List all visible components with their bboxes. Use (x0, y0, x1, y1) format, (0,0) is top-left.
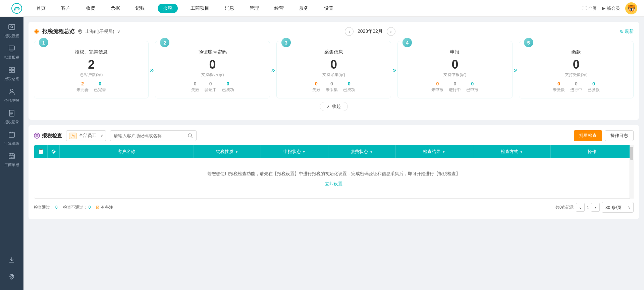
step-1-stat-0-lbl: 未完善 (76, 87, 89, 93)
select-all-checkbox[interactable] (39, 149, 43, 154)
batch-check-btn[interactable]: 批量检查 (574, 130, 602, 141)
step-4-stat-0-lbl: 未申报 (431, 87, 443, 93)
svg-text:年报: 年报 (10, 156, 14, 158)
date-next-btn[interactable]: › (387, 27, 395, 36)
step-5-badge: 5 (524, 38, 533, 47)
location-selector[interactable]: 上海(电子税局) ∨ (78, 28, 120, 34)
result-filter-icon[interactable]: ▼ (442, 150, 445, 154)
sidebar-item-settlement[interactable]: 汇算清缴 (0, 128, 23, 149)
nav-business[interactable]: 工商项目 (188, 4, 212, 13)
collapse-row: ∧ 收起 (34, 98, 634, 115)
tax-check-table: 客户名称 纳税性质 ▼ 申报状态 ▼ 缴费状态 ▼ (34, 145, 634, 199)
logo[interactable] (7, 3, 27, 14)
svg-point-27 (79, 30, 81, 32)
arrow-2: » (270, 41, 276, 98)
page-size-select[interactable]: 30 条/页 50 条/页 100 条/页 (602, 202, 634, 213)
sidebar-location[interactable] (7, 270, 17, 283)
step-5-stat-1-lbl: 进行中 (570, 87, 582, 93)
step-5-title: 缴款 (525, 49, 628, 55)
sidebar-item-batch-tax[interactable]: 批量报税 (0, 42, 23, 63)
nav-customer[interactable]: 客户 (58, 4, 73, 13)
refresh-btn[interactable]: ↻ 刷新 (620, 28, 634, 34)
sidebar-label-settlement: 汇算清缴 (4, 141, 19, 146)
step-3-sublabel: 支持采集(家) (282, 72, 385, 78)
nav-invoice[interactable]: 票据 (108, 4, 123, 13)
th-name-label: 客户名称 (118, 149, 135, 155)
method-filter-icon[interactable]: ▼ (520, 150, 523, 154)
vip-btn[interactable]: ▶ 畅会员 (602, 5, 620, 11)
step-3-stat-2-num: 0 (343, 81, 355, 86)
sidebar-item-personal-tax[interactable]: 个税申报 (0, 85, 23, 106)
setup-link-wrap: 立即设置 (325, 181, 342, 187)
nav-accounting[interactable]: 记账 (133, 4, 148, 13)
fullscreen-btn[interactable]: ⛶ 全屏 (582, 5, 597, 11)
declare-filter-icon[interactable]: ▼ (302, 150, 306, 154)
step-5-stat-1: 0 进行中 (570, 81, 582, 93)
footer-pass-count[interactable]: 0 (55, 205, 58, 210)
note-icon: 囧 (96, 205, 100, 210)
sidebar-label-tax-settings: 报税设置 (4, 34, 19, 38)
nav-manage[interactable]: 管理 (247, 4, 262, 13)
svg-rect-4 (9, 46, 14, 50)
sidebar-label-tax-overview: 报税总览 (4, 77, 19, 81)
step-5-count: 0 (525, 59, 628, 71)
svg-rect-9 (9, 70, 11, 73)
step-3-stat-1-lbl: 未采集 (326, 87, 338, 93)
step-5-stat-1-num: 0 (570, 81, 582, 86)
nav-tax[interactable]: 报税 (158, 4, 178, 13)
tax-filter-icon[interactable]: ▼ (235, 150, 238, 154)
sidebar-download[interactable] (7, 253, 17, 267)
employee-filter[interactable]: 员 全部员工 (66, 130, 106, 141)
operation-log-btn[interactable]: 操作日志 (605, 130, 634, 141)
th-checkbox (34, 145, 48, 158)
date-prev-btn[interactable]: ‹ (345, 27, 354, 36)
sidebar-item-tax-records[interactable]: 报税记录 (0, 106, 23, 128)
nav-service[interactable]: 服务 (297, 4, 311, 13)
nav-operation[interactable]: 经营 (272, 4, 286, 13)
sidebar-item-annual-report[interactable]: 年报 工商年报 (0, 149, 23, 170)
step-3-stat-1-num: 0 (326, 81, 338, 86)
step-3-stat-0-num: 0 (312, 81, 320, 86)
scrollbar[interactable] (630, 145, 634, 199)
step-4: 4 申报 0 支持申报(家) 0 未申报 0 进行中 (397, 41, 512, 98)
sidebar: 报税设置 批量报税 报税总览 (0, 17, 23, 290)
th-operation: 操作 (551, 145, 633, 158)
nav-fee[interactable]: 收费 (83, 4, 98, 13)
gear-icon (51, 149, 56, 154)
sidebar-label-annual-report: 工商年报 (4, 163, 19, 167)
nav-home[interactable]: 首页 (34, 4, 48, 13)
plus-icon: ⊕ (34, 28, 39, 35)
nav-message[interactable]: 消息 (222, 4, 237, 13)
step-1-stat-0-num: 2 (76, 81, 89, 86)
step-2-sublabel: 支持验证(家) (161, 72, 264, 78)
scrollbar-thumb (630, 147, 633, 160)
nav-settings[interactable]: 设置 (321, 4, 336, 13)
search-button[interactable] (184, 133, 196, 138)
settlement-icon (8, 131, 15, 140)
collapse-up-icon: ∧ (327, 104, 330, 109)
collapse-btn[interactable]: ∧ 收起 (320, 102, 348, 111)
sidebar-item-tax-settings[interactable]: 报税设置 (0, 20, 23, 42)
setup-link[interactable]: 立即设置 (325, 181, 342, 186)
overview-title: 报税流程总览 (42, 28, 74, 35)
th-tax-nature: 纳税性质 ▼ (194, 145, 261, 158)
page-prev-btn[interactable]: ‹ (576, 203, 585, 212)
footer-fail-count[interactable]: 0 (89, 205, 91, 210)
top-navigation: 首页 客户 收费 票据 记账 报税 工商项目 消息 管理 经营 服务 设置 ⛶ … (0, 0, 644, 17)
current-date: 2023年02月 (358, 28, 383, 34)
sidebar-item-tax-overview[interactable]: 报税总览 (0, 63, 23, 84)
footer-note-text: 有备注 (101, 205, 113, 210)
current-page: 1 (587, 205, 589, 210)
search-input[interactable] (110, 132, 184, 140)
table-header: 客户名称 纳税性质 ▼ 申报状态 ▼ 缴费状态 ▼ (34, 145, 633, 158)
avatar[interactable]: 🐯 (625, 2, 637, 14)
th-op-label: 操作 (588, 149, 596, 155)
sidebar-label-personal-tax: 个税申报 (4, 98, 19, 103)
th-gear (48, 145, 60, 158)
pay-filter-icon[interactable]: ▼ (369, 150, 373, 154)
page-next-btn[interactable]: › (591, 203, 600, 212)
location-icon (78, 29, 83, 34)
step-5-stat-0: 0 未缴款 (553, 81, 565, 93)
step-1-badge: 1 (39, 38, 48, 47)
tax-records-icon (8, 110, 15, 119)
